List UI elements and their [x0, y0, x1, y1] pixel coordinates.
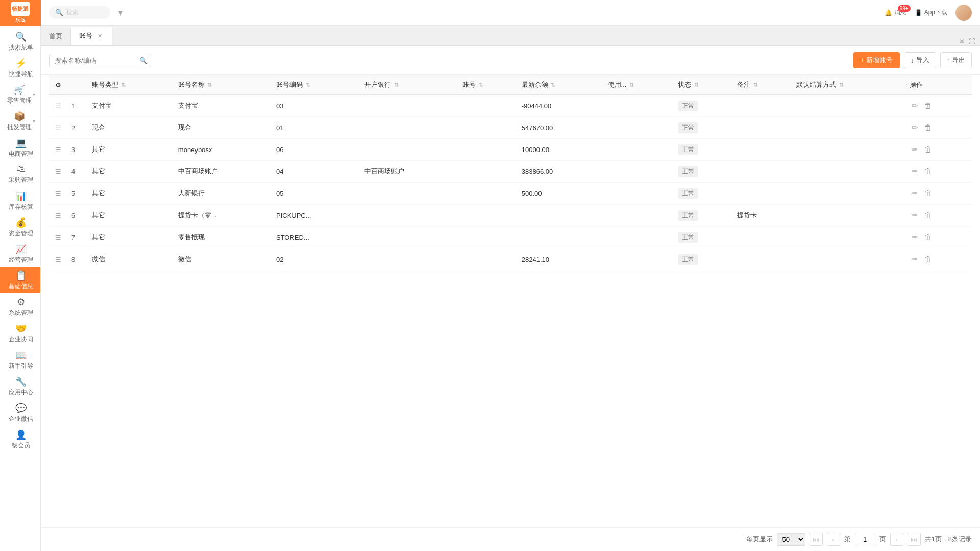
- prev-page-button[interactable]: ‹: [827, 533, 840, 546]
- sidebar-item-wholesale[interactable]: 📦 批发管理 ▾: [0, 108, 40, 134]
- col-bank[interactable]: 开户银行 ⇅: [360, 75, 458, 95]
- col-code[interactable]: 账号编码 ⇅: [272, 75, 360, 95]
- tab-account[interactable]: 账号 ✕: [71, 27, 112, 45]
- sidebar-item-enterprise[interactable]: 🤝 企业协同: [0, 320, 40, 346]
- sidebar-item-wecom[interactable]: 💬 企业微信: [0, 399, 40, 426]
- edit-button[interactable]: ✏: [910, 232, 920, 243]
- topbar-search-box[interactable]: 🔍 搜索: [49, 6, 110, 19]
- col-settings[interactable]: ⚙: [49, 75, 67, 95]
- tab-close-button[interactable]: ✕: [95, 32, 104, 40]
- row-settings[interactable]: ☰: [49, 117, 67, 139]
- close-tab-icon[interactable]: ✕: [958, 37, 966, 45]
- page-label-pre: 第: [844, 535, 851, 544]
- edit-button[interactable]: ✏: [910, 210, 920, 221]
- row-usage: [604, 117, 674, 139]
- import-icon: ↓: [911, 57, 914, 64]
- col-balance[interactable]: 最新余额 ⇅: [518, 75, 604, 95]
- row-num: 6: [67, 205, 88, 227]
- edit-button[interactable]: ✏: [910, 122, 920, 133]
- row-usage: [604, 139, 674, 161]
- row-settings[interactable]: ☰: [49, 161, 67, 183]
- row-settings[interactable]: ☰: [49, 227, 67, 248]
- tab-account-label: 账号: [79, 31, 92, 40]
- col-default-payment[interactable]: 默认结算方式 ⇅: [792, 75, 905, 95]
- wholesale-icon: 📦: [14, 111, 25, 122]
- user-avatar[interactable]: [955, 5, 972, 21]
- delete-button[interactable]: 🗑: [922, 232, 934, 242]
- account-search-input[interactable]: [55, 57, 136, 64]
- add-account-button[interactable]: + 新增账号: [853, 52, 900, 68]
- sidebar-item-basic[interactable]: 📋 基础信息: [0, 267, 40, 293]
- sidebar-item-operations[interactable]: 📈 经营管理: [0, 240, 40, 267]
- col-name[interactable]: 账号名称 ⇅: [174, 75, 272, 95]
- edit-button[interactable]: ✏: [910, 188, 920, 199]
- row-settings[interactable]: ☰: [49, 183, 67, 205]
- export-button[interactable]: ↑ 导出: [940, 52, 972, 68]
- delete-button[interactable]: 🗑: [922, 100, 934, 111]
- row-settings[interactable]: ☰: [49, 248, 67, 270]
- quick-icon: ⚡: [15, 58, 27, 69]
- page-size-select[interactable]: 50 100 200: [777, 533, 805, 546]
- row-default-payment: [792, 183, 905, 205]
- col-remark[interactable]: 备注 ⇅: [733, 75, 792, 95]
- import-button[interactable]: ↓ 导入: [904, 52, 936, 68]
- sidebar-item-purchase[interactable]: 🛍 采购管理: [0, 161, 40, 187]
- table-row: ☰ 2 现金 现金 01 547670.00 正常 ✏ 🗑: [49, 117, 972, 139]
- row-actions: ✏ 🗑: [905, 139, 972, 161]
- topbar: 🔍 搜索 ▾ 🔔 消息 99+ 📱 App下载: [41, 0, 980, 26]
- row-settings[interactable]: ☰: [49, 139, 67, 161]
- topbar-dropdown[interactable]: ▾: [118, 7, 123, 18]
- table-row: ☰ 3 其它 moneybosx 06 10000.00 正常 ✏ 🗑: [49, 139, 972, 161]
- sidebar-item-member[interactable]: 👤 畅会员: [0, 426, 40, 453]
- row-settings[interactable]: ☰: [49, 95, 67, 117]
- appcenter-icon: 🔧: [15, 376, 27, 387]
- col-actions: 操作: [905, 75, 972, 95]
- account-search-box[interactable]: 🔍: [49, 54, 151, 67]
- delete-button[interactable]: 🗑: [922, 188, 934, 198]
- sidebar-item-retail[interactable]: 🛒 零售管理 ▾: [0, 81, 40, 108]
- page-number-input[interactable]: [855, 534, 875, 545]
- delete-button[interactable]: 🗑: [922, 144, 934, 155]
- next-page-button[interactable]: ›: [890, 533, 903, 546]
- topbar-messages[interactable]: 🔔 消息 99+: [885, 8, 906, 17]
- row-name: 现金: [174, 117, 272, 139]
- row-account: [458, 161, 518, 183]
- sidebar-item-guide[interactable]: 📖 新手引导: [0, 346, 40, 373]
- topbar-search-icon: 🔍: [55, 9, 63, 16]
- sidebar-item-inventory[interactable]: 📊 库存核算: [0, 187, 40, 214]
- col-type[interactable]: 账号类型 ⇅: [88, 75, 174, 95]
- tab-home[interactable]: 首页: [41, 27, 71, 45]
- edit-button[interactable]: ✏: [910, 144, 920, 155]
- topbar-app-download[interactable]: 📱 App下载: [915, 8, 947, 17]
- col-usage[interactable]: 使用... ⇅: [604, 75, 674, 95]
- sidebar-item-system[interactable]: ⚙ 系统管理: [0, 293, 40, 320]
- row-type: 其它: [88, 227, 174, 248]
- row-name: 大新银行: [174, 183, 272, 205]
- sidebar-item-ecommerce[interactable]: 💻 电商管理: [0, 134, 40, 161]
- sidebar-item-finance[interactable]: 💰 资金管理: [0, 214, 40, 240]
- col-status[interactable]: 状态 ⇅: [674, 75, 733, 95]
- row-name: 中百商场账户: [174, 161, 272, 183]
- row-bank: [360, 205, 458, 227]
- row-default-payment: [792, 117, 905, 139]
- row-account: [458, 117, 518, 139]
- edit-button[interactable]: ✏: [910, 166, 920, 177]
- delete-button[interactable]: 🗑: [922, 210, 934, 220]
- sidebar-item-quick[interactable]: ⚡ 快捷导航: [0, 55, 40, 81]
- row-account: [458, 248, 518, 270]
- delete-button[interactable]: 🗑: [922, 166, 934, 177]
- last-page-button[interactable]: ⏭: [908, 533, 921, 546]
- edit-button[interactable]: ✏: [910, 100, 920, 111]
- row-settings[interactable]: ☰: [49, 205, 67, 227]
- delete-button[interactable]: 🗑: [922, 254, 934, 264]
- sidebar-item-label: 零售管理: [7, 96, 32, 105]
- row-actions: ✏ 🗑: [905, 248, 972, 270]
- delete-button[interactable]: 🗑: [922, 122, 934, 133]
- export-icon: ↑: [947, 57, 950, 64]
- first-page-button[interactable]: ⏮: [810, 533, 823, 546]
- edit-button[interactable]: ✏: [910, 254, 920, 265]
- expand-icon[interactable]: ⛶: [968, 37, 976, 45]
- sidebar-item-search[interactable]: 🔍 搜索菜单: [0, 28, 40, 55]
- sidebar-item-appcenter[interactable]: 🔧 应用中心: [0, 373, 40, 399]
- col-account[interactable]: 账号 ⇅: [458, 75, 518, 95]
